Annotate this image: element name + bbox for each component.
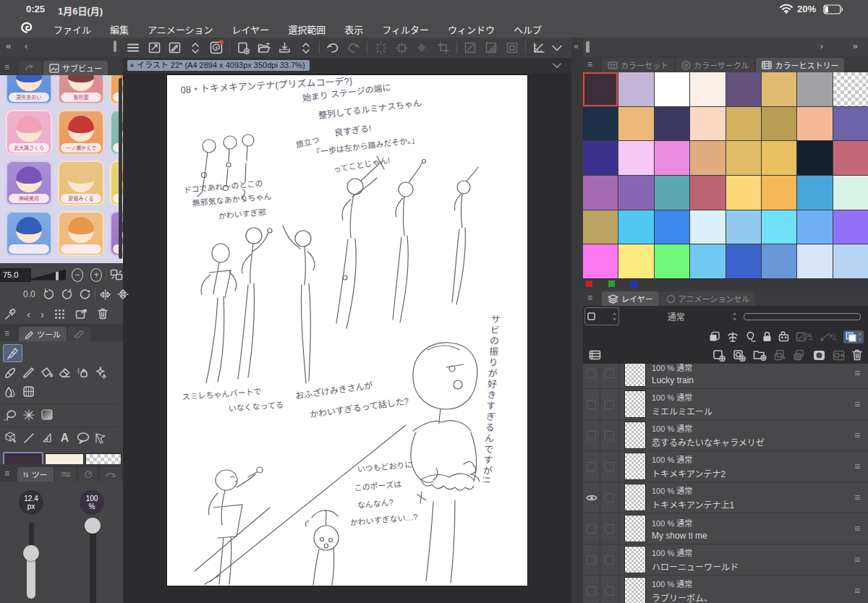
color-history-swatch[interactable] [833, 107, 868, 141]
color-history-swatch[interactable] [726, 210, 761, 244]
color-history-swatch[interactable] [690, 107, 725, 141]
layer-menu-icon[interactable]: ≡ [846, 367, 868, 379]
rotate-cw-icon[interactable] [61, 288, 73, 300]
layer-row[interactable]: 100 % 通常トキメキアンテナ上1≡ [583, 482, 868, 513]
color-history-swatch[interactable] [583, 107, 618, 141]
select-more-icon[interactable] [394, 40, 409, 56]
layer-visibility-cell[interactable] [583, 576, 600, 603]
tool-blend[interactable] [1, 383, 20, 400]
collapse-left-icon[interactable]: « [6, 40, 11, 51]
layer-menu-icon[interactable]: ≡ [846, 429, 868, 441]
layer-mask-icon[interactable] [813, 350, 825, 361]
color-history-swatch[interactable] [797, 210, 832, 244]
new-vector-layer-icon[interactable] [733, 349, 746, 362]
color-chip[interactable] [586, 281, 592, 287]
canvas-window-icon[interactable] [147, 40, 162, 56]
subview-image[interactable]: 霧矢あおい紫吹蘭北大路さくら一ノ瀬かえで神崎美月夏樹みくる [0, 75, 123, 263]
tab-tool-property[interactable]: ツー [17, 467, 53, 482]
color-history-swatch[interactable] [726, 244, 761, 278]
layer-select-cell[interactable] [600, 482, 619, 513]
color-history-swatch[interactable] [690, 72, 725, 106]
expand-right-icon[interactable]: » [853, 40, 858, 51]
layer-thumbnail[interactable] [624, 484, 646, 511]
layer-select-cell[interactable] [600, 451, 619, 482]
undo-icon[interactable] [326, 40, 341, 56]
open-file-icon[interactable] [257, 40, 272, 56]
merge-to-lower-icon[interactable] [793, 349, 806, 361]
tool-pencil[interactable] [20, 364, 38, 381]
color-history-swatch[interactable] [655, 210, 689, 244]
color-history-swatch[interactable] [833, 141, 868, 175]
zoom-out-button[interactable]: − [72, 268, 83, 282]
forward-icon[interactable]: › [820, 40, 823, 51]
layer-visibility-cell[interactable] [583, 420, 600, 450]
snap-ruler-icon[interactable] [532, 40, 547, 56]
menu-item[interactable]: ヘルプ [514, 25, 542, 35]
tool-decoration[interactable] [92, 364, 110, 381]
light-table-icon[interactable] [745, 331, 756, 343]
layer-panel-menu-icon[interactable]: ≡ [587, 293, 597, 303]
clip-studio-app-icon[interactable] [209, 40, 224, 56]
color-history-swatch[interactable] [618, 141, 653, 175]
layer-row[interactable]: 100 % 通常ミエルミエール≡ [583, 389, 868, 420]
color-history-swatch[interactable] [655, 244, 689, 278]
layer-visibility-cell[interactable] [583, 389, 600, 419]
layer-row[interactable]: 100 % 通常My show ti me≡ [583, 513, 868, 544]
color-history-swatch[interactable] [618, 210, 653, 244]
zoom-in-button[interactable]: + [90, 268, 102, 282]
color-history-swatch[interactable] [797, 72, 832, 106]
rotate-ccw-icon[interactable] [43, 288, 55, 300]
layer-select-cell[interactable] [600, 513, 619, 544]
brush-opacity-knob[interactable] [85, 518, 101, 534]
layer-thumbnail[interactable] [624, 515, 646, 542]
color-history-swatch[interactable] [583, 244, 618, 278]
tab-color-set[interactable]: カラーセット [602, 58, 674, 72]
color-history-swatch[interactable] [690, 141, 725, 175]
tab-subtool[interactable] [68, 327, 91, 341]
lock-transparent-pixels-icon[interactable] [778, 331, 789, 342]
clip-studio-logo-icon[interactable] [19, 20, 35, 36]
onion-skin-icon[interactable] [727, 331, 739, 343]
menu-item[interactable]: 編集 [110, 25, 129, 35]
save-chevrons-icon[interactable] [298, 40, 313, 56]
tab-stroke[interactable] [100, 467, 122, 482]
set-ruler-icon[interactable] [796, 331, 813, 343]
color-history-swatch[interactable] [690, 244, 725, 278]
tool-auto-select[interactable] [20, 406, 38, 423]
transfer-to-lower-icon[interactable] [774, 349, 786, 361]
deselect-icon[interactable] [463, 40, 478, 56]
reset-rotate-icon[interactable] [79, 288, 91, 300]
color-history-swatch[interactable] [762, 72, 796, 106]
layer-visibility-cell[interactable] [583, 364, 600, 388]
layer-thumbnail[interactable] [624, 577, 646, 603]
color-history-swatch[interactable] [833, 210, 868, 244]
subview-scrollbar[interactable] [119, 78, 122, 259]
layer-thumbnail-size-button[interactable]: ˄˅ [584, 307, 619, 325]
layer-visibility-cell[interactable] [583, 513, 600, 544]
invert-selection-icon[interactable] [484, 40, 499, 56]
menu-item[interactable]: アニメーション [148, 25, 213, 35]
selection-border-icon[interactable] [504, 40, 519, 56]
color-history-swatch[interactable] [583, 176, 618, 210]
tool-fill[interactable] [38, 364, 56, 381]
layer-row[interactable]: 100 % 通常Lucky train≡ [583, 364, 868, 389]
select-wand-icon[interactable] [373, 40, 388, 56]
tool-liquify[interactable] [20, 383, 38, 400]
layer-row[interactable]: 100 % 通常ハローニューワールド≡ [583, 544, 868, 576]
color-history-swatch[interactable] [762, 244, 796, 278]
blend-mode-value[interactable]: 通常 [619, 310, 733, 322]
new-raster-layer-icon[interactable] [712, 349, 726, 362]
color-history-swatch[interactable] [762, 107, 796, 141]
layer-row[interactable]: 100 % 通常トキメキアンテナ2≡ [583, 451, 868, 482]
menu-item[interactable]: レイヤー [232, 25, 270, 35]
canvas-page[interactable]: 08・トキメキアンテナ(プリズムコーデ?)始まり ステージの端に整列してるルミナ… [167, 75, 527, 586]
color-history-swatch[interactable] [762, 176, 796, 210]
layer-thumbnail[interactable] [624, 390, 646, 418]
brush-opacity-track[interactable] [90, 523, 96, 603]
color-history-swatch[interactable] [726, 176, 761, 210]
color-chip[interactable] [608, 281, 615, 287]
layer-thumbnail[interactable] [624, 422, 646, 449]
menu-item[interactable]: 選択範囲 [288, 25, 326, 35]
grid-view-icon[interactable] [54, 309, 65, 320]
crop-icon[interactable] [435, 40, 451, 56]
